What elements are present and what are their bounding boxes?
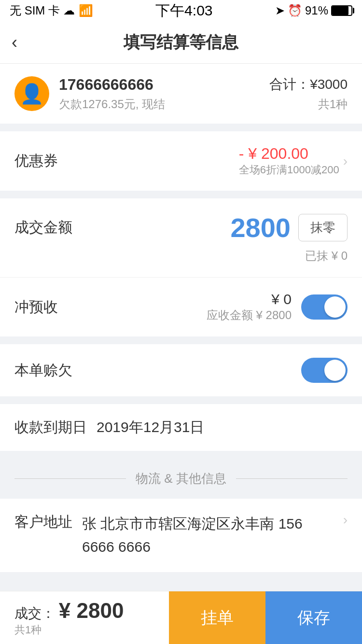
save-button[interactable]: 保存 (265, 591, 362, 644)
transaction-right: 2800 抹零 (230, 212, 348, 243)
page-title: 填写结算等信息 (124, 31, 238, 54)
section-divider-1 (0, 191, 362, 198)
coupon-desc: 全场6折满1000减200 (239, 163, 339, 177)
battery-icon (331, 5, 352, 16)
logistics-line-right (236, 478, 348, 479)
transaction-sub: 已抹 ¥ 0 (14, 248, 348, 264)
address-chevron-icon: › (343, 512, 348, 528)
status-right: ➤ ⏰ 91% (275, 4, 352, 17)
content-area: 👤 17666666666 欠款1276.35元, 现结 合计：¥3000 共1… (0, 64, 362, 644)
debt-row: 本单赊欠 (0, 344, 362, 396)
status-left: 无 SIM 卡 ☁ 📶 (10, 3, 93, 18)
coupon-row[interactable]: 优惠券 - ¥ 200.00 全场6折满1000减200 › (0, 131, 362, 191)
section-divider-4 (0, 451, 362, 459)
avatar-icon: 👤 (20, 83, 44, 105)
status-bar: 无 SIM 卡 ☁ 📶 下午4:03 ➤ ⏰ 91% (0, 0, 362, 21)
address-value: 张 北京市市辖区海淀区永丰南 156 6666 6666 (82, 512, 338, 559)
debt-toggle[interactable] (301, 358, 348, 383)
bottom-bar: 成交： ¥ 2800 共1种 挂单 保存 (0, 591, 362, 644)
customer-info: 17666666666 欠款1276.35元, 现结 (59, 76, 165, 112)
logistics-text: 物流 & 其他信息 (136, 470, 226, 487)
logistics-line-left (14, 478, 126, 479)
round-button[interactable]: 抹零 (298, 214, 348, 241)
due-date-label: 收款到期日 (14, 418, 87, 437)
hang-button[interactable]: 挂单 (169, 591, 265, 644)
pre-receive-amount: ¥ 0 (207, 291, 292, 308)
coupon-right: - ¥ 200.00 全场6折满1000减200 › (239, 145, 348, 177)
address-row[interactable]: 客户地址 张 北京市市辖区海淀区永丰南 156 6666 6666 › (0, 499, 362, 572)
toggle-thumb (324, 296, 346, 318)
coupon-chevron-icon: › (343, 154, 348, 169)
customer-phone: 17666666666 (59, 76, 165, 94)
due-date-row: 收款到期日 2019年12月31日 (0, 404, 362, 451)
no-sim-text: 无 SIM 卡 ☁ (10, 3, 75, 18)
address-label: 客户地址 (14, 512, 72, 532)
section-divider-2 (0, 336, 362, 344)
pre-receive-right: ¥ 0 应收金额 ¥ 2800 (207, 291, 348, 323)
deal-label-text: 成交： (14, 606, 55, 621)
coupon-label: 优惠券 (14, 151, 58, 171)
pre-receive-toggle[interactable] (301, 294, 348, 320)
transaction-section: 成交金额 2800 抹零 已抹 ¥ 0 (0, 198, 362, 277)
pre-receive-sub: 应收金额 ¥ 2800 (207, 308, 292, 323)
time-display: 下午4:03 (155, 1, 212, 21)
customer-count: 共1种 (269, 97, 348, 112)
due-date-value: 2019年12月31日 (97, 418, 204, 437)
avatar: 👤 (14, 76, 49, 111)
customer-left: 👤 17666666666 欠款1276.35元, 现结 (14, 76, 165, 112)
alarm-icon: ⏰ (288, 4, 302, 17)
coupon-amount: - ¥ 200.00 (239, 145, 339, 163)
customer-debt: 欠款1276.35元, 现结 (59, 97, 165, 112)
transaction-label: 成交金额 (14, 218, 72, 238)
back-button[interactable]: ‹ (12, 32, 17, 53)
section-divider-3 (0, 396, 362, 404)
bottom-amount: ¥ 2800 (59, 599, 124, 622)
bottom-count: 共1种 (14, 623, 154, 637)
nav-bar: ‹ 填写结算等信息 (0, 21, 362, 64)
debt-label: 本单赊欠 (14, 361, 72, 380)
pre-receive-label: 冲预收 (14, 297, 58, 317)
location-icon: ➤ (275, 4, 285, 17)
customer-right: 合计：¥3000 共1种 (269, 75, 348, 112)
wifi-icon: 📶 (79, 4, 93, 17)
bottom-info: 成交： ¥ 2800 共1种 (0, 599, 169, 637)
battery-percent: 91% (305, 4, 328, 17)
transaction-amount: 2800 (230, 212, 291, 243)
customer-card: 👤 17666666666 欠款1276.35元, 现结 合计：¥3000 共1… (0, 64, 362, 124)
pre-receive-values: ¥ 0 应收金额 ¥ 2800 (207, 291, 292, 323)
debt-toggle-thumb (324, 360, 346, 381)
pre-receive-row: 冲预收 ¥ 0 应收金额 ¥ 2800 (0, 277, 362, 336)
bottom-deal-label: 成交： ¥ 2800 (14, 599, 154, 623)
address-right: 张 北京市市辖区海淀区永丰南 156 6666 6666 › (82, 512, 348, 559)
transaction-row: 成交金额 2800 抹零 (14, 212, 348, 243)
logistics-header: 物流 & 其他信息 (0, 459, 362, 499)
customer-total: 合计：¥3000 (269, 75, 348, 94)
